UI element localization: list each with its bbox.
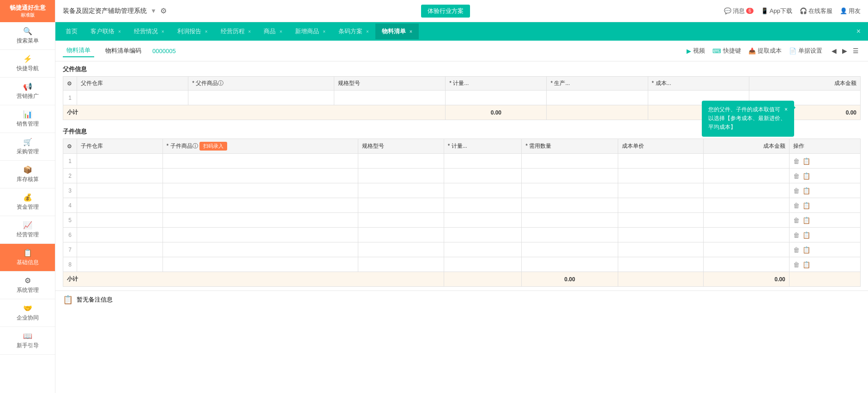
app-download-btn[interactable]: 📱 App下载: [761, 7, 792, 15]
child-product-cell[interactable]: [163, 183, 358, 198]
close-all-tabs[interactable]: ×: [853, 27, 864, 36]
sidebar-item-enterprise[interactable]: 🤝 企业协同: [0, 299, 55, 327]
copy-icon[interactable]: 📋: [802, 157, 810, 165]
child-unit-price-cell[interactable]: [618, 242, 704, 257]
child-product-cell[interactable]: [163, 213, 358, 228]
tab-home[interactable]: 首页: [59, 24, 84, 39]
child-cost-amount-cell[interactable]: [704, 242, 790, 257]
child-warehouse-cell[interactable]: [77, 242, 163, 257]
child-spec-cell[interactable]: [358, 169, 444, 183]
child-product-cell[interactable]: [163, 198, 358, 213]
child-spec-cell[interactable]: [358, 228, 444, 242]
child-warehouse-cell[interactable]: [77, 154, 163, 169]
child-quantity-cell[interactable]: [522, 154, 618, 169]
child-product-cell[interactable]: [163, 154, 358, 169]
tab-profit-close[interactable]: ×: [205, 29, 208, 34]
user-btn[interactable]: 👤 用友: [840, 7, 861, 15]
child-unit-cell[interactable]: [444, 154, 521, 169]
delete-icon[interactable]: 🗑: [793, 246, 800, 254]
delete-icon[interactable]: 🗑: [793, 187, 800, 194]
tab-operations-close[interactable]: ×: [162, 29, 164, 34]
sidebar-item-quicknav[interactable]: ⚡ 快捷导航: [0, 50, 55, 78]
sidebar-item-inventory[interactable]: 📦 库存核算: [0, 161, 55, 188]
child-quantity-cell[interactable]: [522, 183, 618, 198]
child-spec-cell[interactable]: [358, 257, 444, 272]
single-settings-btn[interactable]: 📄 单据设置: [789, 47, 822, 55]
child-spec-cell[interactable]: [358, 154, 444, 169]
child-product-cell[interactable]: [163, 257, 358, 272]
delete-icon[interactable]: 🗑: [793, 217, 800, 224]
copy-icon[interactable]: 📋: [802, 187, 810, 194]
delete-icon[interactable]: 🗑: [793, 231, 800, 239]
sub-tab-bom[interactable]: 物料清单: [63, 44, 94, 57]
parent-product-cell[interactable]: [188, 91, 334, 105]
delete-icon[interactable]: 🗑: [793, 261, 800, 268]
child-warehouse-cell[interactable]: [77, 169, 163, 183]
delete-icon[interactable]: 🗑: [793, 157, 800, 165]
child-cost-amount-cell[interactable]: [704, 228, 790, 242]
child-cost-amount-cell[interactable]: [704, 198, 790, 213]
view-btn[interactable]: ▶ 视频: [687, 47, 705, 55]
child-spec-cell[interactable]: [358, 198, 444, 213]
tab-goods[interactable]: 商品 ×: [257, 24, 289, 39]
child-unit-cell[interactable]: [444, 228, 521, 242]
tab-profit[interactable]: 利润报告 ×: [171, 24, 214, 39]
tab-operations[interactable]: 经营情况 ×: [127, 24, 171, 39]
tab-customer[interactable]: 客户联络 ×: [84, 24, 127, 39]
parent-spec-cell[interactable]: [334, 91, 445, 105]
sidebar-item-marketing[interactable]: 📢 营销推广: [0, 78, 55, 105]
child-quantity-cell[interactable]: [522, 228, 618, 242]
child-warehouse-cell[interactable]: [77, 257, 163, 272]
menu-icon[interactable]: ☰: [851, 46, 861, 55]
copy-icon[interactable]: 📋: [802, 217, 810, 224]
trial-button[interactable]: 体验行业方案: [421, 5, 470, 18]
child-warehouse-cell[interactable]: [77, 183, 163, 198]
sub-tab-code[interactable]: 物料清单编码: [102, 45, 145, 57]
child-spec-cell[interactable]: [358, 213, 444, 228]
child-product-cell[interactable]: [163, 228, 358, 242]
copy-icon[interactable]: 📋: [802, 231, 810, 239]
extract-cost-btn[interactable]: 📥 提取成本: [748, 47, 782, 55]
tooltip-close-btn[interactable]: ×: [784, 105, 788, 114]
child-cost-amount-cell[interactable]: [704, 213, 790, 228]
child-warehouse-cell[interactable]: [77, 198, 163, 213]
child-quantity-cell[interactable]: [522, 257, 618, 272]
child-cost-amount-cell[interactable]: [704, 257, 790, 272]
sidebar-item-system[interactable]: ⚙ 系统管理: [0, 272, 55, 299]
child-cost-amount-cell[interactable]: [704, 169, 790, 183]
child-spec-cell[interactable]: [358, 242, 444, 257]
shortcut-btn[interactable]: ⌨ 快捷键: [712, 47, 741, 55]
child-cost-amount-cell[interactable]: [704, 183, 790, 198]
child-product-cell[interactable]: [163, 242, 358, 257]
child-unit-cell[interactable]: [444, 169, 521, 183]
child-product-cell[interactable]: [163, 169, 358, 183]
child-warehouse-cell[interactable]: [77, 228, 163, 242]
child-warehouse-cell[interactable]: [77, 213, 163, 228]
sidebar-item-finance[interactable]: 💰 资金管理: [0, 188, 55, 216]
child-unit-cell[interactable]: [444, 213, 521, 228]
sidebar-item-sales[interactable]: 📊 销售管理: [0, 105, 55, 133]
tab-goods-close[interactable]: ×: [279, 29, 282, 34]
tab-barcode-close[interactable]: ×: [366, 29, 369, 34]
tab-bom-close[interactable]: ×: [410, 29, 412, 34]
child-unit-cell[interactable]: [444, 198, 521, 213]
settings-icon[interactable]: ⚙: [160, 6, 167, 15]
parent-produce-cell[interactable]: [547, 91, 648, 105]
next-arrow[interactable]: ▶: [840, 46, 849, 55]
parent-unit-cell[interactable]: [446, 91, 547, 105]
copy-icon[interactable]: 📋: [802, 261, 810, 268]
parent-warehouse-cell[interactable]: [77, 91, 188, 105]
app-logo[interactable]: 畅捷通好生意 标准版: [0, 0, 55, 22]
tab-history-close[interactable]: ×: [248, 29, 251, 34]
delete-icon[interactable]: 🗑: [793, 202, 800, 209]
child-quantity-cell[interactable]: [522, 169, 618, 183]
sidebar-item-search[interactable]: 🔍 搜索菜单: [0, 22, 55, 50]
message-btn[interactable]: 💬 消息 6: [724, 7, 753, 15]
sidebar-item-basics[interactable]: 📋 基础信息: [0, 244, 55, 272]
scan-button[interactable]: 扫码录入: [199, 142, 227, 151]
child-unit-cell[interactable]: [444, 242, 521, 257]
sidebar-item-operations[interactable]: 📈 经营管理: [0, 216, 55, 244]
copy-icon[interactable]: 📋: [802, 172, 810, 180]
child-quantity-cell[interactable]: [522, 242, 618, 257]
child-cost-amount-cell[interactable]: [704, 154, 790, 169]
